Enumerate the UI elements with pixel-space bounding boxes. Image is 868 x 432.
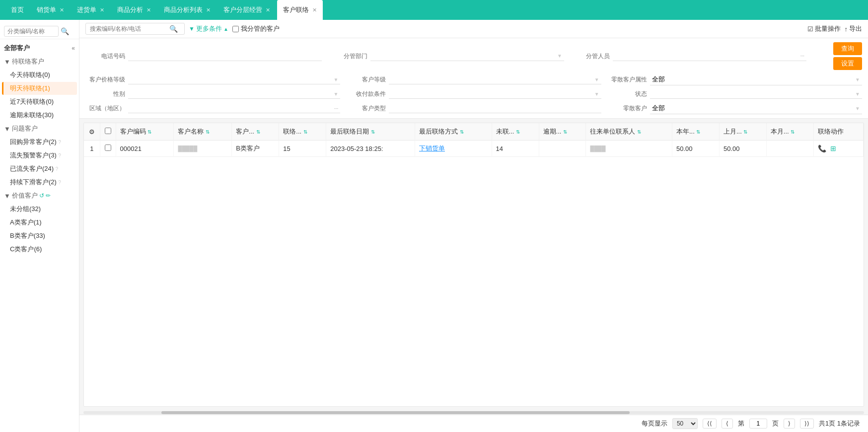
payment-input-wrap[interactable]: ▼ — [389, 89, 601, 99]
nav-customer-tier[interactable]: 客户分层经营 ✕ — [217, 0, 276, 20]
status-input[interactable] — [652, 90, 855, 97]
price-grade-input[interactable] — [130, 76, 333, 83]
nav-customer-contact-close[interactable]: ✕ — [312, 7, 317, 13]
col-settings[interactable]: ⚙ — [84, 123, 100, 141]
sidebar-item-ungrouped[interactable]: 未分组(32) — [2, 203, 77, 216]
filter-gender: 性别 ▼ — [85, 89, 340, 99]
my-customer-checkbox[interactable] — [232, 26, 239, 32]
customer-grade-input[interactable] — [391, 76, 594, 83]
query-button[interactable]: 查询 — [833, 42, 862, 55]
col-check[interactable] — [100, 123, 116, 141]
sidebar-item-repurchase-abnormal[interactable]: 回购异常客户(2) ? — [2, 136, 77, 148]
sidebar-all-customers[interactable]: 全部客户 « — [0, 41, 79, 55]
sidebar-item-today[interactable]: 今天待联络(0) — [2, 69, 77, 81]
next-page-button[interactable]: ⟩ — [784, 419, 795, 429]
gender-arrow: ▼ — [333, 91, 338, 97]
sidebar-item-churn-warning[interactable]: 流失预警客户(3) ? — [2, 149, 77, 162]
phone-input[interactable] — [130, 53, 320, 60]
filter-search-icon[interactable]: 🔍 — [169, 25, 178, 33]
person-input-wrap[interactable]: ··· — [613, 52, 806, 61]
scrollbar-track[interactable] — [83, 411, 864, 414]
nav-product-list-close[interactable]: ✕ — [206, 7, 211, 13]
col-this-year[interactable]: 本年... ⇅ — [672, 123, 719, 141]
edit-group-icon[interactable]: ✏ — [46, 192, 51, 199]
phone-label: 电话号码 — [85, 52, 125, 61]
dept-input-wrap[interactable]: ▼ — [370, 52, 564, 61]
cell-check[interactable] — [100, 141, 116, 157]
page-number-input[interactable] — [749, 419, 767, 429]
export-button[interactable]: ↑ 导出 — [845, 24, 863, 33]
nav-purchase[interactable]: 进货单 ✕ — [71, 0, 110, 20]
nav-product-analysis[interactable]: 商品分析 ✕ — [111, 0, 157, 20]
help-icon-1: ? — [58, 153, 61, 158]
col-last-month[interactable]: 上月... ⇅ — [719, 123, 766, 141]
sidebar-item-a-class[interactable]: A类客户(1) — [2, 216, 77, 229]
my-customer-checkbox-wrap[interactable]: 我分管的客户 — [232, 24, 280, 33]
prev-page-button[interactable]: ⟨ — [722, 419, 733, 429]
nav-product-list[interactable]: 商品分析列表 ✕ — [158, 0, 217, 20]
col-no-contact-label: 未联... — [496, 128, 514, 135]
price-grade-input-wrap[interactable]: ▼ — [128, 75, 340, 84]
sidebar-item-tomorrow[interactable]: 明天待联络(1) — [2, 82, 77, 95]
retail-customer-input-wrap[interactable]: 全部 ▼ — [650, 103, 862, 114]
status-input-wrap[interactable]: ▼ — [650, 89, 862, 99]
customer-type-input[interactable] — [391, 105, 599, 112]
col-last-method[interactable]: 最后联络方式 ⇅ — [415, 123, 492, 141]
col-no-contact[interactable]: 未联... ⇅ — [492, 123, 539, 141]
row-checkbox[interactable] — [105, 144, 111, 151]
nav-home[interactable]: 首页 — [5, 0, 30, 20]
sidebar-item-b-class[interactable]: B类客户(33) — [2, 229, 77, 242]
nav-sales-close[interactable]: ✕ — [60, 7, 64, 13]
action-phone-icon[interactable]: 📞 — [818, 144, 826, 152]
col-last-date[interactable]: 最后联络日期 ⇅ — [326, 123, 415, 141]
action-grid-icon[interactable]: ⊞ — [830, 144, 836, 152]
area-input[interactable] — [130, 105, 334, 112]
col-code[interactable]: 客户编码 ⇅ — [116, 123, 174, 141]
batch-op-button[interactable]: ☑ 批量操作 — [807, 24, 841, 33]
scrollbar-thumb[interactable] — [161, 411, 630, 414]
dept-input[interactable] — [372, 53, 557, 60]
sidebar-item-churned[interactable]: 已流失客户(24) ? — [2, 162, 77, 175]
filter-search-input[interactable] — [90, 25, 169, 32]
sidebar-search-input[interactable] — [4, 26, 59, 37]
settings-button[interactable]: 设置 — [833, 57, 862, 70]
gender-input-wrap[interactable]: ▼ — [128, 89, 340, 99]
sidebar-item-7days[interactable]: 近7天待联络(0) — [2, 95, 77, 108]
sidebar-item-declining[interactable]: 持续下滑客户(2) ? — [2, 176, 77, 189]
nav-customer-tier-close[interactable]: ✕ — [266, 7, 270, 13]
first-page-button[interactable]: ⟨⟨ — [703, 419, 717, 429]
col-type[interactable]: 客户... ⇅ — [232, 123, 279, 141]
col-contacts[interactable]: 往来单位联系人 ⇅ — [586, 123, 672, 141]
horizontal-scrollbar[interactable] — [79, 411, 868, 415]
per-page-select[interactable]: 50 100 200 — [672, 418, 698, 429]
refresh-group-icon[interactable]: ↺ — [39, 192, 44, 199]
last-method-link[interactable]: 下销货单 — [419, 144, 445, 152]
customer-grade-input-wrap[interactable]: ▼ — [389, 75, 601, 84]
retail-customer-label: 零散客户 — [607, 104, 647, 113]
col-no-contact-sort: ⇅ — [516, 129, 520, 135]
col-type-label: 客户... — [236, 128, 254, 135]
sidebar-search-button[interactable]: 🔍 — [61, 27, 69, 35]
person-more-icon[interactable]: ··· — [800, 53, 804, 59]
col-overdue[interactable]: 逾期... ⇅ — [539, 123, 586, 141]
nav-purchase-close[interactable]: ✕ — [100, 7, 104, 13]
retail-attr-input-wrap[interactable]: 全部 ▼ — [650, 74, 862, 85]
sidebar-item-overdue[interactable]: 逾期未联络(30) — [2, 109, 77, 122]
select-all-checkbox[interactable] — [105, 128, 111, 134]
nav-customer-contact[interactable]: 客户联络 ✕ — [277, 0, 323, 20]
phone-input-wrap[interactable] — [128, 52, 322, 61]
area-input-wrap[interactable]: ··· — [128, 104, 340, 113]
customer-type-input-wrap[interactable] — [389, 104, 601, 113]
more-filter-button[interactable]: ▼ 更多条件 ▲ — [189, 24, 228, 33]
nav-product-analysis-close[interactable]: ✕ — [146, 7, 151, 13]
payment-input[interactable] — [391, 90, 594, 97]
nav-sales[interactable]: 销货单 ✕ — [31, 0, 70, 20]
sidebar-item-c-class[interactable]: C类客户(6) — [2, 243, 77, 256]
last-page-button[interactable]: ⟩⟩ — [800, 419, 814, 429]
col-contact[interactable]: 联络... ⇅ — [279, 123, 326, 141]
area-more-icon[interactable]: ··· — [334, 106, 338, 111]
col-this-month[interactable]: 本月... ⇅ — [766, 123, 813, 141]
col-name[interactable]: 客户名称 ⇅ — [174, 123, 232, 141]
person-input[interactable] — [615, 53, 800, 60]
gender-input[interactable] — [130, 90, 333, 97]
